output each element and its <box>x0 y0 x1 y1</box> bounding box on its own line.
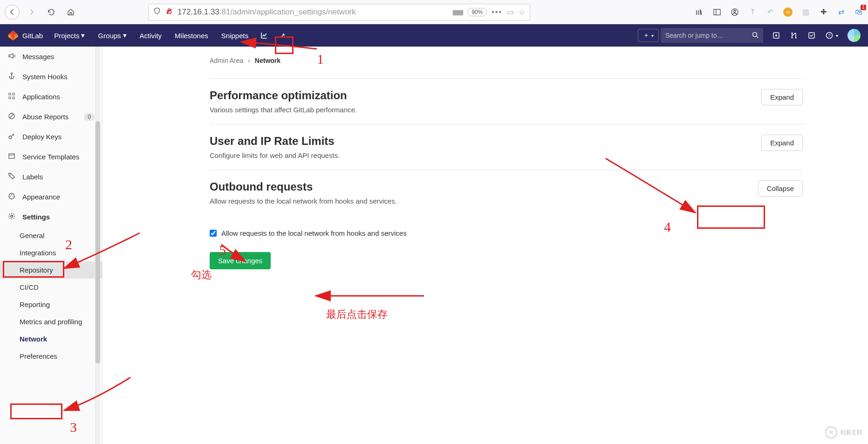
nav-activity[interactable]: Activity <box>134 24 168 47</box>
search-input[interactable] <box>665 32 748 39</box>
library-icon[interactable] <box>695 7 704 17</box>
sidebar-scrollbar[interactable] <box>93 47 102 444</box>
sidebar-item-settings[interactable]: Settings <box>0 207 102 227</box>
expand-button-performance[interactable]: Expand <box>761 89 803 105</box>
sidebar-sub-integrations[interactable]: Integrations <box>0 244 102 261</box>
nav-admin-wrench-icon[interactable] <box>274 24 291 47</box>
svg-rect-2 <box>714 9 720 15</box>
sidebar-sub-repository[interactable]: Repository <box>0 261 102 279</box>
watermark: ✕ 创新互联 <box>825 426 862 438</box>
browser-home-button[interactable] <box>63 5 78 20</box>
nav-projects[interactable]: Projects▾ <box>48 24 90 47</box>
browser-url-bar[interactable]: 172.16.1.33:81/admin/application_setting… <box>148 4 530 20</box>
qr-icon[interactable]: ▦▦ <box>452 8 463 16</box>
browser-url-text: 172.16.1.33:81/admin/application_setting… <box>178 7 448 17</box>
megaphone-icon <box>7 52 16 61</box>
svg-point-11 <box>792 37 793 39</box>
svg-point-29 <box>13 196 14 197</box>
svg-point-5 <box>734 10 736 12</box>
svg-point-28 <box>11 194 12 195</box>
section-rate-limits: User and IP Rate Limits Configure limits… <box>210 124 803 170</box>
key-icon <box>7 132 16 141</box>
nav-issues-icon[interactable] <box>768 32 785 39</box>
browser-forward-button[interactable] <box>24 5 39 20</box>
section-desc: Various settings that affect GitLab perf… <box>210 106 752 114</box>
browser-right-icons: ⤒ ↶ ∞ ▥ ✚ ⇄ 🛍1 <box>695 7 863 17</box>
meatball-icon[interactable]: ••• <box>492 8 502 16</box>
sidebar-item-labels[interactable]: Labels <box>0 167 102 187</box>
ext-icon-infinity[interactable]: ∞ <box>783 7 793 17</box>
svg-point-9 <box>775 34 777 36</box>
section-title: Outbound requests <box>210 180 749 193</box>
nav-milestones[interactable]: Milestones <box>169 24 214 47</box>
sidebar-item-messages[interactable]: Messages <box>0 47 102 67</box>
browser-reload-button[interactable] <box>44 5 59 20</box>
expand-button-rate[interactable]: Expand <box>761 135 803 151</box>
chevron-down-icon: ▾ <box>651 33 654 38</box>
sidebar-item-appearance[interactable]: Appearance <box>0 187 102 207</box>
ban-icon <box>7 112 16 121</box>
nav-plus-button[interactable]: ＋▾ <box>638 29 659 42</box>
sidebar-item-deploy-keys[interactable]: Deploy Keys <box>0 127 102 147</box>
section-outbound: Outbound requests Allow requests to the … <box>210 170 803 280</box>
sidebar-toggle-icon[interactable] <box>712 7 722 17</box>
sidebar-item-service-templates[interactable]: Service Templates <box>0 147 102 167</box>
breadcrumb-root[interactable]: Admin Area <box>210 57 243 64</box>
svg-rect-17 <box>9 93 11 95</box>
ext-sync-icon[interactable]: ⇄ <box>836 7 846 17</box>
nav-todo-icon[interactable] <box>803 32 820 39</box>
sidebar-item-abuse-reports[interactable]: Abuse Reports0 <box>0 107 102 127</box>
chevron-down-icon: ▾ <box>123 31 127 40</box>
bookmark-star-icon[interactable]: ☆ <box>519 7 525 16</box>
shield-icon <box>153 7 161 17</box>
ext-icon-2[interactable]: ↶ <box>765 7 775 17</box>
nav-snippets[interactable]: Snippets <box>216 24 254 47</box>
svg-line-22 <box>10 114 14 118</box>
grid-icon <box>7 92 16 101</box>
collapse-button-outbound[interactable]: Collapse <box>758 180 803 197</box>
section-title: Performance optimization <box>210 89 752 102</box>
nav-help-icon[interactable]: ?▾ <box>821 32 843 39</box>
gear-icon <box>7 212 16 221</box>
section-title: User and IP Rate Limits <box>210 135 752 148</box>
nav-groups[interactable]: Groups▾ <box>92 24 132 47</box>
ext-cart-icon[interactable]: 🛍1 <box>854 7 863 17</box>
sidebar-item-label: Appearance <box>22 193 60 201</box>
download-icon[interactable]: ▭ <box>507 7 514 16</box>
sidebar-sub-metrics[interactable]: Metrics and profiling <box>0 313 102 330</box>
watermark-text: 创新互联 <box>840 429 862 437</box>
svg-point-16 <box>11 73 13 75</box>
section-desc: Allow requests to the local network from… <box>210 197 749 205</box>
allow-local-network-checkbox[interactable] <box>210 230 217 237</box>
gitlab-logo[interactable]: GitLab <box>7 30 43 41</box>
admin-sidebar: Messages System Hooks Applications Abuse… <box>0 47 103 444</box>
sidebar-sub-cicd[interactable]: CI/CD <box>0 279 102 296</box>
nav-search[interactable] <box>661 28 763 43</box>
sidebar-item-label: System Hooks <box>22 73 68 81</box>
svg-point-27 <box>9 193 14 199</box>
sidebar-sub-general[interactable]: General <box>0 227 102 244</box>
nav-mr-icon[interactable] <box>786 32 802 39</box>
browser-back-button[interactable] <box>5 5 20 20</box>
svg-point-26 <box>10 174 11 175</box>
svg-rect-20 <box>13 97 14 99</box>
sidebar-sub-reporting[interactable]: Reporting <box>0 296 102 313</box>
account-icon[interactable] <box>730 7 739 17</box>
sidebar-sub-preferences[interactable]: Preferences <box>0 348 102 365</box>
ext-icon-3[interactable]: ▥ <box>801 7 810 17</box>
nav-chart-icon[interactable] <box>256 24 273 47</box>
sidebar-item-system-hooks[interactable]: System Hooks <box>0 67 102 87</box>
svg-point-30 <box>10 196 11 197</box>
zoom-indicator[interactable]: 90% <box>467 8 487 16</box>
sidebar-scrollbar-thumb[interactable] <box>96 121 100 363</box>
allow-local-network-row[interactable]: Allow requests to the local network from… <box>210 229 803 237</box>
palette-icon <box>7 192 16 201</box>
sidebar-item-applications[interactable]: Applications <box>0 87 102 107</box>
chevron-down-icon: ▾ <box>836 33 838 38</box>
ext-puzzle-icon[interactable]: ✚ <box>819 7 828 17</box>
sidebar-sub-network[interactable]: Network <box>0 330 102 348</box>
save-changes-button[interactable]: Save changes <box>210 252 271 269</box>
user-avatar[interactable] <box>847 29 861 42</box>
ext-icon-1[interactable]: ⤒ <box>748 7 757 17</box>
template-icon <box>7 152 16 161</box>
